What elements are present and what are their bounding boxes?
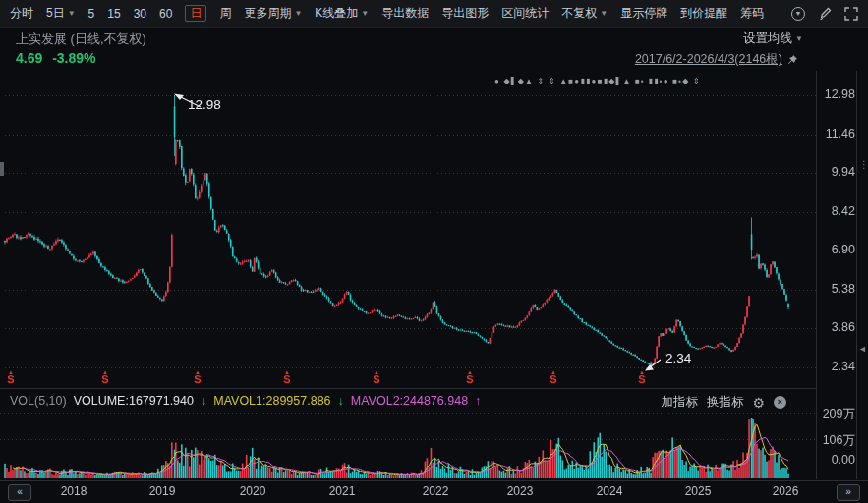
volume-axis-label: 0.00: [812, 453, 855, 467]
toolbar-icon-group: ▼: [791, 7, 858, 21]
high-annotation: 12.98: [188, 97, 221, 112]
mavol1-down-arrow-icon: ↓: [338, 394, 344, 408]
pane-collapse-arrow-icon[interactable]: ◄: [858, 344, 867, 354]
toolbar-item-15[interactable]: 15: [107, 7, 120, 21]
toolbar-item-chips[interactable]: 筹码: [740, 5, 764, 22]
last-price: 4.69: [16, 50, 42, 66]
event-markers-strip[interactable]: ● ◆▌◆▲ ⇕ ⇕ ▲■●▮▮●■▮◆▌▲ ■▪ ▮▮▪● ■▪◆ ⇕: [494, 77, 811, 85]
toolbar-item-60[interactable]: 60: [159, 7, 172, 21]
left-pane-grip[interactable]: [0, 162, 4, 176]
draw-brush-icon[interactable]: [818, 7, 832, 21]
s-glyph: S: [635, 375, 649, 384]
gear-icon[interactable]: ⚙: [752, 396, 765, 410]
chevron-down-icon: ▼: [294, 9, 302, 18]
chevron-down-icon: ▼: [795, 34, 803, 43]
low-annotation: 2.34: [665, 351, 691, 365]
toolbar-item-30[interactable]: 30: [134, 7, 146, 21]
switch-indicator-button[interactable]: 换指标: [707, 394, 744, 411]
chart-canvas[interactable]: [0, 0, 868, 503]
toolbar: 分时5日▼5153060日周更多周期▼K线叠加▼导出数据导出图形区间统计不复权▼…: [0, 0, 868, 28]
s-glyph: S: [547, 375, 560, 384]
visible-range: 2017/6/2-2026/4/3(2146根): [635, 51, 798, 68]
toolbar-item-export-data[interactable]: 导出数据: [381, 5, 429, 22]
price-axis-label: 6.90: [818, 243, 855, 256]
ex-dividend-marker[interactable]: ▲S: [280, 370, 294, 384]
ex-dividend-marker[interactable]: ▲S: [191, 370, 204, 384]
ma-settings-button[interactable]: 设置均线 ▼: [743, 30, 803, 47]
x-axis-year-label: 2024: [597, 484, 623, 498]
volume-axis-label: 209万: [812, 406, 855, 422]
stock-title: 上实发展 (日线,不复权): [16, 30, 146, 48]
volume-down-arrow-icon: ↓: [201, 394, 206, 408]
x-axis-year-label: 2022: [423, 484, 449, 498]
volume-pane-tools: 加指标 换指标 ⚙ ×: [661, 394, 786, 411]
ex-dividend-marker[interactable]: ▲S: [4, 370, 18, 384]
s-glyph: S: [463, 375, 477, 384]
ex-dividend-marker[interactable]: ▲S: [463, 370, 477, 384]
s-glyph: S: [370, 375, 383, 384]
x-axis-year-label: 2020: [240, 484, 266, 498]
ex-dividend-marker[interactable]: ▲S: [370, 370, 383, 384]
chevron-down-icon: ▼: [361, 9, 369, 18]
stock-chart-app: 分时5日▼5153060日周更多周期▼K线叠加▼导出数据导出图形区间统计不复权▼…: [0, 0, 868, 503]
collapse-toolbar-icon[interactable]: ▼: [791, 7, 805, 21]
s-glyph: S: [280, 375, 294, 384]
chevron-down-icon: ▼: [600, 9, 608, 18]
ex-dividend-marker[interactable]: ▲S: [635, 370, 649, 384]
ma-settings-label: 设置均线: [743, 30, 792, 47]
toolbar-item-fenshi[interactable]: 分时: [10, 5, 33, 22]
pin-icon[interactable]: [786, 54, 798, 66]
volume-value: VOLUME:167971.940: [74, 394, 194, 408]
ex-dividend-marker[interactable]: ▲S: [547, 370, 560, 384]
chevron-down-icon: ▼: [68, 9, 76, 18]
x-axis-year-label: 2023: [507, 484, 534, 498]
x-axis-year-label: 2019: [149, 484, 176, 498]
toolbar-item-more-period[interactable]: 更多周期▼: [244, 5, 302, 22]
scroll-left-button[interactable]: «: [8, 484, 31, 501]
mavol1-value: MAVOL1:289957.886: [213, 394, 330, 408]
last-price-and-change: 4.69 -3.89%: [16, 50, 96, 66]
toolbar-item-kline-overlay[interactable]: K线叠加▼: [315, 5, 369, 22]
price-axis-label: 2.34: [818, 360, 855, 373]
x-axis-year-label: 2018: [61, 484, 87, 498]
x-axis-year-label: 2021: [329, 484, 356, 498]
change-percent: -3.89%: [52, 50, 95, 66]
toolbar-item-5d[interactable]: 5日▼: [46, 5, 76, 22]
price-axis-label: 12.98: [818, 87, 855, 101]
toolbar-item-price-alert[interactable]: 到价提醒: [680, 5, 727, 22]
volume-axis-label: 106万: [812, 432, 855, 449]
s-glyph: S: [4, 375, 18, 384]
add-indicator-button[interactable]: 加指标: [661, 394, 698, 411]
ex-dividend-marker[interactable]: ▲S: [98, 370, 112, 384]
x-axis-year-label: 2026: [773, 484, 799, 498]
date-range-link[interactable]: 2017/6/2-2026/4/3(2146根): [635, 51, 782, 68]
close-pane-icon[interactable]: ×: [774, 396, 786, 409]
vol-indicator-name[interactable]: VOL(5,10): [10, 394, 67, 408]
scroll-right-button[interactable]: »: [837, 484, 860, 501]
price-axis-label: 8.42: [818, 204, 855, 218]
pane-resize-handle-icon[interactable]: ⋮: [859, 159, 868, 170]
s-glyph: S: [98, 375, 112, 384]
toolbar-item-week[interactable]: 周: [219, 5, 231, 22]
toolbar-item-day[interactable]: 日: [185, 5, 206, 22]
volume-indicator-header: VOL(5,10) VOLUME:167971.940 ↓ MAVOL1:289…: [10, 394, 481, 408]
fullscreen-icon[interactable]: [844, 7, 858, 21]
price-axis-label: 11.46: [818, 127, 855, 140]
toolbar-item-5[interactable]: 5: [88, 7, 95, 21]
price-axis-label: 3.86: [818, 320, 855, 334]
toolbar-item-range-stat[interactable]: 区间统计: [501, 5, 549, 22]
mavol2-value: MAVOL2:244876.948: [351, 394, 468, 408]
toolbar-item-show-suspend[interactable]: 显示停牌: [620, 5, 667, 22]
s-glyph: S: [191, 375, 204, 384]
toolbar-item-export-image[interactable]: 导出图形: [441, 5, 489, 22]
x-axis-year-label: 2025: [685, 484, 712, 498]
price-axis-label: 9.94: [818, 165, 855, 179]
mavol2-up-arrow-icon: ↑: [475, 394, 481, 408]
toolbar-item-no-adjust[interactable]: 不复权▼: [561, 5, 608, 22]
price-axis-label: 5.38: [818, 282, 855, 296]
